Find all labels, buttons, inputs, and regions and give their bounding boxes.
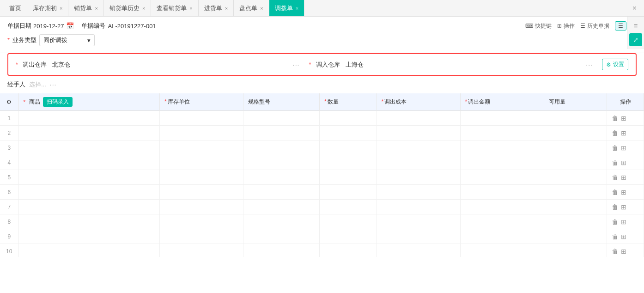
warehouse-in-more-btn[interactable]: ··· xyxy=(586,61,593,68)
spec-cell[interactable] xyxy=(243,170,319,185)
cost-cell[interactable] xyxy=(377,126,460,140)
copy-row-icon[interactable]: ⊞ xyxy=(621,115,626,122)
spec-cell[interactable] xyxy=(243,185,319,200)
qty-cell[interactable] xyxy=(319,170,377,185)
copy-row-icon[interactable]: ⊞ xyxy=(621,189,626,196)
qty-cell[interactable] xyxy=(319,229,377,244)
unit-cell[interactable] xyxy=(159,229,243,244)
unit-cell[interactable] xyxy=(159,155,243,170)
tab-home[interactable]: 首页 xyxy=(4,0,27,16)
copy-row-icon[interactable]: ⊞ xyxy=(621,129,626,137)
history-btn[interactable]: ☰ 历史单据 xyxy=(580,22,609,30)
amount-cell[interactable] xyxy=(460,214,544,229)
qty-cell[interactable] xyxy=(319,185,377,200)
th-gear[interactable]: ⚙ xyxy=(0,93,18,111)
copy-row-icon[interactable]: ⊞ xyxy=(621,218,626,226)
spec-cell[interactable] xyxy=(243,140,319,155)
unit-cell[interactable] xyxy=(159,214,243,229)
tab-transfer[interactable]: 调拨单 × xyxy=(269,0,304,16)
tab-close-inventory-init[interactable]: × xyxy=(60,6,62,11)
qty-cell[interactable] xyxy=(319,155,377,170)
product-cell[interactable] xyxy=(18,155,159,170)
spec-cell[interactable] xyxy=(243,155,319,170)
tab-close-stocktake[interactable]: × xyxy=(260,6,263,11)
tab-close-purchase[interactable]: × xyxy=(225,6,228,11)
product-cell[interactable] xyxy=(18,185,159,200)
tab-close-sales-order[interactable]: × xyxy=(95,6,97,11)
product-cell[interactable] xyxy=(18,200,159,214)
delete-row-icon[interactable]: 🗑 xyxy=(612,144,618,152)
product-cell[interactable] xyxy=(18,170,159,185)
unit-cell[interactable] xyxy=(159,111,243,126)
gear-icon[interactable]: ⚙ xyxy=(6,99,12,105)
qty-cell[interactable] xyxy=(319,111,377,126)
copy-row-icon[interactable]: ⊞ xyxy=(621,144,626,152)
amount-cell[interactable] xyxy=(460,200,544,214)
tab-close-sales-history[interactable]: × xyxy=(142,6,145,11)
tab-inventory-init[interactable]: 库存期初 × xyxy=(27,0,68,16)
spec-cell[interactable] xyxy=(243,126,319,140)
shortcut-btn[interactable]: ⌨ 快捷键 xyxy=(525,22,552,30)
delete-row-icon[interactable]: 🗑 xyxy=(612,174,618,181)
delete-row-icon[interactable]: 🗑 xyxy=(612,203,618,211)
tab-close-view-sales[interactable]: × xyxy=(189,6,192,11)
product-cell[interactable] xyxy=(18,229,159,244)
cost-cell[interactable] xyxy=(377,170,460,185)
side-list-btn[interactable]: ≡ xyxy=(629,19,642,32)
qty-cell[interactable] xyxy=(319,200,377,214)
spec-cell[interactable] xyxy=(243,214,319,229)
product-cell[interactable] xyxy=(18,214,159,229)
amount-cell[interactable] xyxy=(460,155,544,170)
layout-btn-1[interactable]: ☰ xyxy=(615,21,626,31)
tab-close-transfer[interactable]: × xyxy=(296,6,298,11)
warehouse-out-more-btn[interactable]: ··· xyxy=(293,61,300,68)
spec-cell[interactable] xyxy=(243,229,319,244)
copy-row-icon[interactable]: ⊞ xyxy=(621,233,626,240)
unit-cell[interactable] xyxy=(159,185,243,200)
side-expand-btn[interactable]: ⤢ xyxy=(629,33,642,46)
qty-cell[interactable] xyxy=(319,244,377,257)
scan-entry-btn[interactable]: 扫码录入 xyxy=(43,97,73,107)
amount-cell[interactable] xyxy=(460,140,544,155)
tab-stocktake[interactable]: 盘点单 × xyxy=(234,0,269,16)
delete-row-icon[interactable]: 🗑 xyxy=(612,129,618,137)
product-cell[interactable] xyxy=(18,111,159,126)
copy-row-icon[interactable]: ⊞ xyxy=(621,203,626,211)
unit-cell[interactable] xyxy=(159,200,243,214)
spec-cell[interactable] xyxy=(243,244,319,257)
product-cell[interactable] xyxy=(18,244,159,257)
operation-btn[interactable]: ⊞ 操作 xyxy=(557,22,575,30)
tab-sales-history[interactable]: 销货单历史 × xyxy=(104,0,151,16)
amount-cell[interactable] xyxy=(460,244,544,257)
amount-cell[interactable] xyxy=(460,185,544,200)
delete-row-icon[interactable]: 🗑 xyxy=(612,218,618,226)
settings-btn[interactable]: ⚙ 设置 xyxy=(602,59,628,70)
delete-row-icon[interactable]: 🗑 xyxy=(612,189,618,196)
copy-row-icon[interactable]: ⊞ xyxy=(621,159,626,166)
cost-cell[interactable] xyxy=(377,229,460,244)
qty-cell[interactable] xyxy=(319,214,377,229)
amount-cell[interactable] xyxy=(460,229,544,244)
unit-cell[interactable] xyxy=(159,126,243,140)
delete-row-icon[interactable]: 🗑 xyxy=(612,248,618,255)
person-select[interactable]: 选择... xyxy=(29,80,46,89)
amount-cell[interactable] xyxy=(460,126,544,140)
unit-cell[interactable] xyxy=(159,140,243,155)
amount-cell[interactable] xyxy=(460,111,544,126)
cost-cell[interactable] xyxy=(377,155,460,170)
cost-cell[interactable] xyxy=(377,214,460,229)
product-cell[interactable] xyxy=(18,140,159,155)
business-type-dropdown[interactable]: 同价调拨 ▾ xyxy=(39,34,95,46)
tab-sales-order[interactable]: 销货单 × xyxy=(68,0,103,16)
tab-purchase[interactable]: 进货单 × xyxy=(199,0,234,16)
spec-cell[interactable] xyxy=(243,111,319,126)
unit-cell[interactable] xyxy=(159,170,243,185)
cost-cell[interactable] xyxy=(377,244,460,257)
delete-row-icon[interactable]: 🗑 xyxy=(612,233,618,240)
qty-cell[interactable] xyxy=(319,140,377,155)
cost-cell[interactable] xyxy=(377,140,460,155)
delete-row-icon[interactable]: 🗑 xyxy=(612,159,618,166)
product-cell[interactable] xyxy=(18,126,159,140)
tab-bar-close-btn[interactable]: × xyxy=(629,4,640,12)
copy-row-icon[interactable]: ⊞ xyxy=(621,248,626,255)
